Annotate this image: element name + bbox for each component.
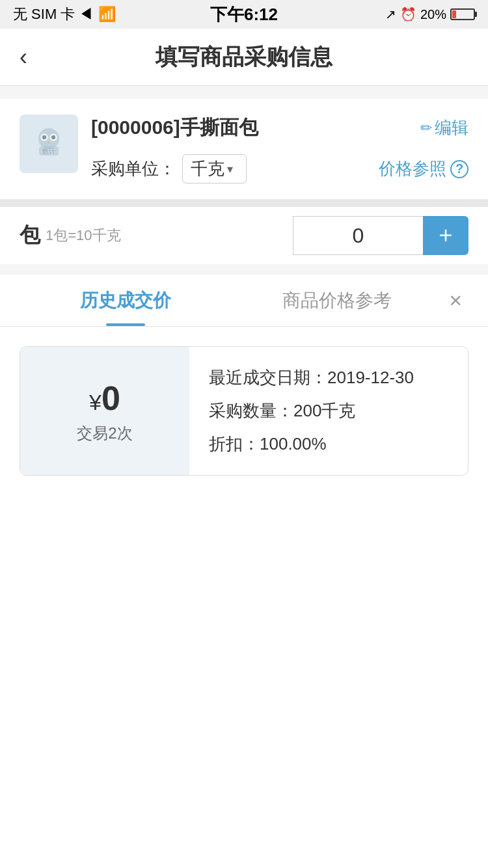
quantity-row: 包 1包=10千克 + bbox=[0, 207, 488, 264]
purchase-qty-row: 采购数量：200千克 bbox=[209, 398, 448, 424]
tab-history-price[interactable]: 历史成交价 bbox=[20, 275, 231, 326]
product-name-row: [0000006]手撕面包 ✏ 编辑 bbox=[91, 115, 468, 141]
product-header: 数计 [0000006]手撕面包 ✏ 编辑 采购单位： 千克 bbox=[20, 115, 468, 183]
tab-product-price-ref[interactable]: 商品价格参考 bbox=[231, 275, 442, 326]
tabs-header: 历史成交价 商品价格参考 × bbox=[0, 275, 488, 327]
page-header: ‹ 填写商品采购信息 bbox=[0, 29, 488, 86]
recent-date-row: 最近成交日期：2019-12-30 bbox=[209, 365, 448, 390]
tab-content: ¥0 交易2次 最近成交日期：2019-12-30 采购数量：200千克 折扣：… bbox=[0, 327, 488, 495]
trade-card-right: 最近成交日期：2019-12-30 采购数量：200千克 折扣：100.00% bbox=[189, 347, 468, 475]
product-thumbnail: 数计 bbox=[29, 124, 68, 163]
page-title: 填写商品采购信息 bbox=[156, 42, 332, 72]
wifi-icon: 📶 bbox=[98, 6, 116, 23]
edit-button[interactable]: ✏ 编辑 bbox=[420, 116, 468, 139]
quantity-input[interactable] bbox=[293, 216, 423, 255]
alarm-icon: ⏰ bbox=[400, 7, 416, 22]
svg-point-3 bbox=[42, 135, 46, 139]
quantity-input-area: + bbox=[163, 216, 468, 255]
product-card: 数计 [0000006]手撕面包 ✏ 编辑 采购单位： 千克 bbox=[0, 99, 488, 199]
tabs-section: 历史成交价 商品价格参考 × ¥0 交易2次 最近成交日期：2019-12-30… bbox=[0, 275, 488, 495]
purchase-unit-label: 采购单位： bbox=[91, 157, 176, 180]
price-reference-button[interactable]: 价格参照 ? bbox=[379, 157, 468, 180]
unit-select-dropdown[interactable]: 千克 bbox=[182, 154, 247, 183]
qty-unit-sub: 1包=10千克 bbox=[46, 226, 121, 245]
battery-indicator bbox=[450, 8, 475, 20]
quantity-plus-button[interactable]: + bbox=[423, 216, 468, 255]
bottom-space bbox=[0, 495, 488, 868]
battery-percentage: 20% bbox=[420, 7, 446, 22]
svg-point-4 bbox=[51, 135, 55, 139]
status-time: 下午6:12 bbox=[210, 3, 278, 26]
back-button[interactable]: ‹ bbox=[20, 46, 27, 69]
quantity-unit-label: 包 1包=10千克 bbox=[20, 221, 163, 250]
product-name: [0000006]手撕面包 bbox=[91, 115, 258, 141]
purchase-unit: 采购单位： 千克 bbox=[91, 154, 247, 183]
trade-card-left: ¥0 交易2次 bbox=[20, 347, 189, 475]
help-icon[interactable]: ? bbox=[450, 160, 468, 178]
edit-icon: ✏ bbox=[420, 120, 432, 137]
product-image: 数计 bbox=[20, 115, 78, 173]
trade-count: 交易2次 bbox=[77, 423, 132, 444]
location-icon: ↗ bbox=[385, 7, 396, 22]
purchase-unit-row: 采购单位： 千克 价格参照 ? bbox=[91, 154, 468, 183]
status-right: ↗ ⏰ 20% bbox=[385, 7, 475, 22]
sim-label: 无 SIM 卡 ◀ bbox=[13, 5, 93, 24]
qty-unit-main: 包 bbox=[20, 221, 40, 250]
status-left: 无 SIM 卡 ◀ 📶 bbox=[13, 5, 116, 24]
section-divider bbox=[0, 199, 488, 207]
product-info: [0000006]手撕面包 ✏ 编辑 采购单位： 千克 价格参照 ? bbox=[91, 115, 468, 183]
tab-close-button[interactable]: × bbox=[442, 281, 468, 319]
discount-row: 折扣：100.00% bbox=[209, 431, 448, 457]
currency-symbol: ¥ bbox=[89, 390, 102, 414]
trade-history-card: ¥0 交易2次 最近成交日期：2019-12-30 采购数量：200千克 折扣：… bbox=[20, 346, 468, 476]
svg-text:数计: 数计 bbox=[42, 148, 55, 155]
status-bar: 无 SIM 卡 ◀ 📶 下午6:12 ↗ ⏰ 20% bbox=[0, 0, 488, 29]
trade-price: ¥0 bbox=[89, 379, 120, 418]
